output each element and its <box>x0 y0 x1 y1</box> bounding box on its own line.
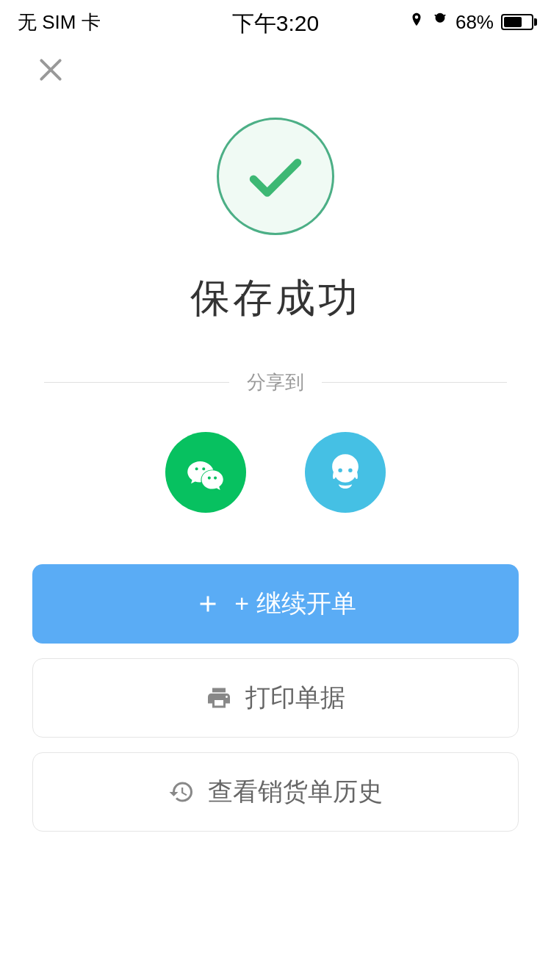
plus-icon <box>195 591 221 617</box>
battery-icon <box>501 14 533 30</box>
status-right: 68% <box>408 11 533 34</box>
divider-line-right <box>322 382 507 383</box>
carrier-text: 无 SIM 卡 <box>18 10 101 35</box>
wechat-share-button[interactable] <box>165 432 246 513</box>
success-title: 保存成功 <box>190 272 361 325</box>
divider-line-left <box>44 382 229 383</box>
status-bar: 无 SIM 卡 下午3:20 68% <box>0 0 551 44</box>
continue-order-label: + 继续开单 <box>234 587 356 621</box>
battery-percent: 68% <box>455 11 494 34</box>
close-button[interactable] <box>32 51 69 88</box>
share-divider: 分享到 <box>0 370 551 395</box>
print-label: 打印单据 <box>245 681 345 715</box>
location-icon <box>408 12 425 32</box>
wechat-icon <box>181 448 230 497</box>
time-display: 下午3:20 <box>232 9 319 39</box>
print-icon <box>206 685 232 711</box>
continue-order-button[interactable]: + 继续开单 <box>32 564 519 644</box>
print-button[interactable]: 打印单据 <box>32 658 519 738</box>
main-content: 保存成功 分享到 + 继续开单 <box>0 44 551 832</box>
success-circle <box>217 118 334 235</box>
action-buttons: + 继续开单 打印单据 查看销货单历史 <box>0 564 551 832</box>
status-left: 无 SIM 卡 <box>18 10 108 35</box>
share-icons <box>165 432 386 513</box>
checkmark-icon <box>242 143 309 209</box>
share-label: 分享到 <box>229 370 322 395</box>
qq-share-button[interactable] <box>305 432 386 513</box>
history-button[interactable]: 查看销货单历史 <box>32 752 519 832</box>
qq-icon <box>321 448 370 497</box>
alarm-icon <box>432 12 448 32</box>
history-icon <box>168 779 195 805</box>
history-label: 查看销货单历史 <box>208 775 383 809</box>
